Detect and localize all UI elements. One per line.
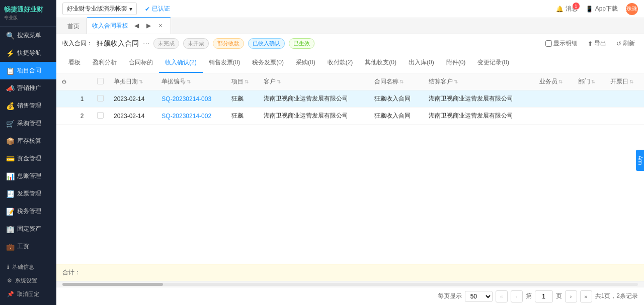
company-selector[interactable]: 好业财专业版演示帐套 ▾ (62, 3, 137, 15)
sidebar-item-6[interactable]: 📦库存核算 (0, 132, 56, 150)
message-button[interactable]: 🔔 1 消息 (556, 5, 578, 13)
status-confirmed[interactable]: 已收入确认 (248, 38, 285, 49)
horizontal-scrollbar[interactable] (56, 281, 644, 287)
content-tab-9[interactable]: 出入库(0) (403, 53, 440, 73)
close-tab-btn[interactable]: × (155, 21, 166, 31)
content-tab-0[interactable]: 看板 (62, 53, 87, 73)
sidebar-icon-3: 📣 (6, 84, 14, 92)
content-tab-10[interactable]: 附件(0) (440, 53, 472, 73)
content-tab-7[interactable]: 收付款(2) (321, 53, 359, 73)
export-button[interactable]: ⬆ 导出 (585, 38, 609, 49)
active-tab[interactable]: 收入合同看板 ◀ ▶ × (87, 17, 171, 34)
sort-billno-icon[interactable]: ⇅ (187, 79, 191, 84)
user-avatar[interactable]: 珠珠 (626, 3, 638, 15)
last-page-btn[interactable]: » (580, 290, 592, 302)
row-date-1: 2023-02-14 (109, 108, 156, 125)
sidebar-bottom-item-0[interactable]: ℹ基础信息 (4, 260, 52, 274)
row-billno-link-1[interactable]: SQ-20230214-002 (162, 113, 211, 120)
content-tab-4[interactable]: 销售发票(0) (203, 53, 247, 73)
scrollbar-thumb[interactable] (62, 283, 163, 286)
status-incomplete[interactable]: 未完成 (153, 38, 179, 49)
sort-project-icon[interactable]: ⇅ (245, 79, 249, 84)
refresh-button[interactable]: ↺ 刷新 (613, 38, 638, 49)
sidebar-item-10[interactable]: 📝税务管理 (0, 202, 56, 220)
status-effective[interactable]: 已生效 (289, 38, 314, 49)
sidebar-item-9[interactable]: 🧾发票管理 (0, 185, 56, 202)
sidebar-item-2[interactable]: 📋项目合同 (0, 62, 56, 79)
topbar-right: 🔔 1 消息 📱 App下载 珠珠 (556, 3, 638, 15)
prev-tab-btn[interactable]: ◀ (131, 21, 141, 31)
th-date: 单据日期⇅ (109, 73, 156, 90)
export-icon: ⬆ (588, 40, 593, 47)
sidebar-item-5[interactable]: 🛒采购管理 (0, 115, 56, 132)
status-partial[interactable]: 部分收款 (213, 38, 244, 49)
sidebar-bottom-item-1[interactable]: ⚙系统设置 (4, 274, 52, 287)
content-tab-6[interactable]: 采购(0) (290, 53, 321, 73)
sidebar-item-0[interactable]: 🔍搜索菜单 (0, 27, 56, 44)
row-settings-1 (56, 108, 72, 125)
sidebar-label-12: 工资 (17, 242, 29, 251)
content-tab-1[interactable]: 盈利分析 (87, 53, 123, 73)
sort-dept-icon[interactable]: ⇅ (591, 79, 595, 84)
show-detail-input[interactable] (545, 40, 552, 47)
sort-opendate-icon[interactable]: ⇅ (629, 79, 633, 84)
sidebar-bottom-item-2[interactable]: 📌取消固定 (4, 287, 52, 301)
export-label: 导出 (594, 39, 606, 48)
row-project-0: 狂飙 (226, 90, 258, 108)
per-page-select[interactable]: 50 100 200 (465, 291, 493, 302)
right-action-panel[interactable]: Arm (636, 150, 644, 171)
sort-date-icon[interactable]: ⇅ (139, 79, 143, 84)
row-checkbox-0[interactable] (97, 95, 104, 101)
app-download-button[interactable]: 📱 App下载 (586, 5, 618, 13)
show-detail-checkbox[interactable]: 显示明细 (542, 38, 581, 49)
sidebar-bottom-icon-2: 📌 (7, 291, 14, 297)
row-customer-1: 湖南卫视商业运营发展有限公司 (259, 108, 369, 125)
settings-icon[interactable]: ⚙ (61, 78, 67, 85)
sidebar-item-7[interactable]: 💳资金管理 (0, 150, 56, 167)
total-label: 合计： (62, 268, 80, 277)
content-tab-11[interactable]: 变更记录(0) (471, 53, 515, 73)
prev-page-btn[interactable]: ‹ (511, 290, 523, 302)
sidebar-label-9: 发票管理 (17, 189, 41, 198)
sidebar-item-8[interactable]: 📊总账管理 (0, 167, 56, 185)
next-tab-btn[interactable]: ▶ (143, 21, 153, 31)
row-billno-link-0[interactable]: SQ-20230214-003 (162, 95, 211, 103)
sidebar-label-7: 资金管理 (17, 154, 41, 163)
select-all-checkbox[interactable] (97, 78, 104, 84)
first-page-btn[interactable]: « (496, 290, 508, 302)
row-checkbox-1[interactable] (97, 112, 104, 119)
scrollbar-track[interactable] (62, 283, 638, 286)
sidebar-item-13[interactable]: 📈经营管理 (0, 255, 56, 256)
sidebar-icon-12: 💼 (6, 243, 14, 251)
content-tab-8[interactable]: 其他收支(0) (359, 53, 403, 73)
content-tab-5[interactable]: 税务发票(0) (246, 53, 290, 73)
row-opendate-1 (605, 108, 644, 125)
dropdown-icon: ▾ (129, 6, 132, 13)
next-page-btn[interactable]: › (565, 290, 577, 302)
sort-contract-icon[interactable]: ⇅ (399, 79, 404, 84)
sort-settle-icon[interactable]: ⇅ (454, 79, 458, 84)
sidebar-label-8: 总账管理 (17, 172, 41, 180)
topbar: 好业财专业版演示帐套 ▾ ✔ 已认证 🔔 1 消息 📱 App下载 珠珠 (56, 0, 644, 18)
th-opendate: 开票日⇅ (605, 73, 644, 90)
sidebar-item-1[interactable]: ⚡快捷导航 (0, 44, 56, 62)
sidebar-item-12[interactable]: 💼工资 (0, 238, 56, 255)
content-tab-3[interactable]: 收入确认(2) (159, 53, 203, 73)
contract-title: 狂飙收入合同 (97, 39, 139, 48)
sidebar-item-11[interactable]: 🏢固定资产 (0, 220, 56, 238)
page-number-input[interactable] (535, 290, 553, 302)
table-row[interactable]: 1 2023-02-14 SQ-20230214-003 狂飙 湖南卫视商业运营… (56, 90, 644, 108)
sidebar-item-4[interactable]: 💰销售管理 (0, 97, 56, 115)
home-tab[interactable]: 首页 (62, 19, 85, 34)
th-billno: 单据编号⇅ (156, 73, 226, 90)
row-billno-0: SQ-20230214-003 (156, 90, 226, 108)
more-button[interactable]: ··· (143, 39, 149, 48)
table-row[interactable]: 2 2023-02-14 SQ-20230214-002 狂飙 湖南卫视商业运营… (56, 108, 644, 125)
home-label: 首页 (67, 23, 79, 30)
sort-salesman-icon[interactable]: ⇅ (558, 79, 562, 84)
th-check (92, 73, 109, 90)
content-tab-2[interactable]: 合同标的 (123, 53, 159, 73)
sidebar-item-3[interactable]: 📣营销推广 (0, 79, 56, 97)
status-no-invoice[interactable]: 未开票 (183, 38, 209, 49)
sort-customer-icon[interactable]: ⇅ (277, 79, 281, 84)
